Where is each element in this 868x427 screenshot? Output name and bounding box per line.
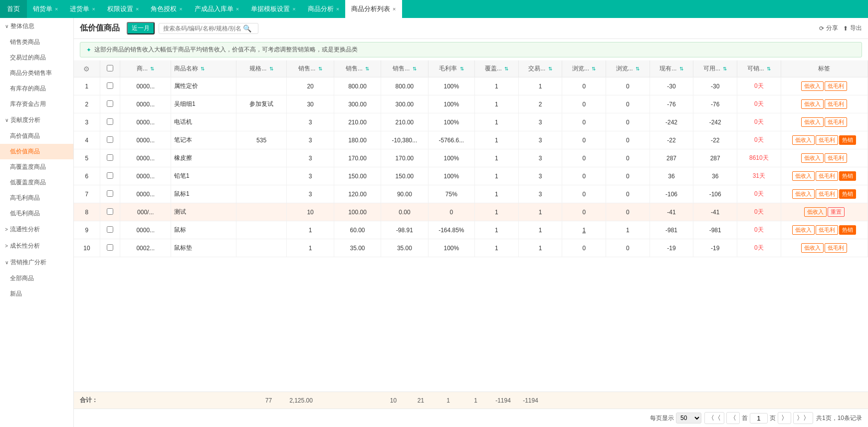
sidebar-item-low-margin[interactable]: 低毛利商品	[0, 206, 73, 221]
row-checkbox[interactable]	[107, 172, 113, 179]
next-page-btn[interactable]: 〉	[778, 412, 791, 424]
sidebar-item-sales-products[interactable]: 销售类商品	[0, 34, 73, 50]
row-stock: -22	[650, 131, 693, 149]
row-stock: -242	[650, 113, 693, 131]
search-input[interactable]	[163, 25, 243, 32]
per-page-select[interactable]: 50 100	[676, 413, 701, 424]
data-table: ⚙ 商... ⇅ 商品名称 ⇅	[74, 60, 868, 257]
sidebar-item-stock-funds[interactable]: 库存资金占用	[0, 96, 73, 112]
footer-browse2: 1	[462, 397, 489, 404]
sidebar-item-low-value[interactable]: 低价值商品	[0, 144, 73, 159]
row-tags: 低收入低毛利热销	[781, 185, 868, 203]
row-margin: 100%	[428, 77, 474, 95]
nav-role[interactable]: 角色授权 ×	[145, 0, 188, 18]
sidebar-group-title-contribution[interactable]: ∨ 贡献度分析	[0, 112, 73, 128]
row-sale3: 300.00	[381, 95, 428, 113]
sidebar-item-traded-products[interactable]: 交易过的商品	[0, 50, 73, 65]
row-checkbox[interactable]	[107, 118, 113, 125]
close-icon[interactable]: ×	[393, 6, 396, 12]
close-icon[interactable]: ×	[236, 6, 239, 12]
nav-purchase[interactable]: 进货单 ×	[64, 0, 101, 18]
sidebar-group-title-marketing[interactable]: ∨ 营销推广分析	[0, 254, 73, 271]
nav-permission[interactable]: 权限设置 ×	[101, 0, 145, 18]
row-checkbox[interactable]	[107, 244, 113, 251]
settings-icon[interactable]: ⚙	[83, 65, 90, 73]
row-cover: 1	[475, 221, 519, 239]
row-days: 8610天	[737, 149, 781, 167]
tag-badge: 低收入	[792, 189, 815, 199]
th-name[interactable]: 商品名称 ⇅	[171, 60, 236, 77]
last-page-btn[interactable]: 〉〉	[793, 412, 813, 424]
sidebar-group-title-flow[interactable]: > 流通性分析	[0, 221, 73, 238]
sidebar-item-category-sales-rate[interactable]: 商品分类销售率	[0, 65, 73, 81]
th-cover[interactable]: 覆盖... ⇅	[475, 60, 519, 77]
row-trade: 3	[518, 113, 562, 131]
filter-month-btn[interactable]: 近一月	[127, 22, 155, 34]
row-checkbox[interactable]	[107, 136, 113, 143]
search-box: 🔍	[159, 23, 258, 34]
sidebar-group-marketing: ∨ 营销推广分析 全部商品 新品	[0, 254, 73, 302]
export-button[interactable]: ⬆ 导出	[843, 24, 862, 32]
row-margin: 100%	[428, 239, 474, 257]
close-icon[interactable]: ×	[92, 6, 95, 12]
search-icon[interactable]: 🔍	[243, 24, 251, 32]
sidebar-item-low-coverage[interactable]: 低覆盖度商品	[0, 175, 73, 190]
sidebar-group-title-overview[interactable]: ∨ 整体信息	[0, 18, 73, 34]
th-avail[interactable]: 可用... ⇅	[693, 60, 737, 77]
row-spec	[236, 167, 287, 185]
nav-product-storage[interactable]: 产成品入库单 ×	[189, 0, 245, 18]
close-icon[interactable]: ×	[136, 6, 139, 12]
row-browse2: 0	[606, 113, 650, 131]
sidebar-item-all-products[interactable]: 全部商品	[0, 271, 73, 286]
th-sellable[interactable]: 可销... ⇅	[737, 60, 781, 77]
th-margin[interactable]: 毛利率 ⇅	[428, 60, 474, 77]
close-icon[interactable]: ×	[179, 6, 182, 12]
tag-badge: 低毛利	[816, 171, 838, 181]
prev-page-btn[interactable]: 〈	[726, 412, 740, 424]
row-checkbox[interactable]	[107, 100, 113, 107]
th-stock[interactable]: 现有... ⇅	[650, 60, 693, 77]
row-checkbox[interactable]	[107, 208, 113, 215]
nav-sales[interactable]: 销货单 ×	[27, 0, 64, 18]
row-name: 笔记本	[171, 131, 236, 149]
row-browse1: 0	[562, 77, 606, 95]
sidebar-item-high-coverage[interactable]: 高覆盖度商品	[0, 159, 73, 175]
row-checkbox-cell	[100, 239, 120, 257]
th-trade[interactable]: 交易... ⇅	[518, 60, 562, 77]
th-sale2[interactable]: 销售... ⇅	[334, 60, 381, 77]
close-icon[interactable]: ×	[336, 6, 339, 12]
first-page-btn[interactable]: 〈〈	[704, 412, 724, 424]
th-spec[interactable]: 规格... ⇅	[236, 60, 287, 77]
page-number-input[interactable]	[750, 413, 768, 424]
select-all-checkbox[interactable]	[107, 65, 113, 71]
row-checkbox[interactable]	[107, 154, 113, 161]
sidebar-item-stocked-products[interactable]: 有库存的商品	[0, 81, 73, 96]
sidebar-item-high-margin[interactable]: 高毛利商品	[0, 190, 73, 206]
row-days: 0天	[737, 203, 781, 221]
row-browse2: 0	[606, 203, 650, 221]
nav-home[interactable]: 首页	[0, 0, 27, 18]
row-checkbox[interactable]	[107, 190, 113, 197]
th-sale1[interactable]: 销售... ⇅	[287, 60, 334, 77]
close-icon[interactable]: ×	[292, 6, 295, 12]
row-browse2: 1	[606, 221, 650, 239]
nav-product-analysis-list[interactable]: 商品分析列表 ×	[345, 0, 402, 18]
th-browse1[interactable]: 浏览... ⇅	[562, 60, 606, 77]
row-checkbox[interactable]	[107, 226, 113, 233]
th-sale3[interactable]: 销售... ⇅	[381, 60, 428, 77]
close-icon[interactable]: ×	[55, 6, 58, 12]
share-button[interactable]: ⟳ 分享	[819, 24, 838, 32]
row-checkbox[interactable]	[107, 82, 113, 89]
tag-badge: 低收入	[801, 99, 824, 109]
row-stock: -30	[650, 77, 693, 95]
sidebar-item-new-products[interactable]: 新品	[0, 286, 73, 302]
nav-template[interactable]: 单据模板设置 ×	[245, 0, 301, 18]
sidebar-group-title-growth[interactable]: > 成长性分析	[0, 238, 73, 254]
th-browse2[interactable]: 浏览... ⇅	[606, 60, 650, 77]
row-sale2: 150.00	[334, 167, 381, 185]
sidebar-item-high-value[interactable]: 高价值商品	[0, 128, 73, 144]
row-browse1[interactable]: 1	[562, 221, 606, 239]
nav-product-analysis[interactable]: 商品分析 ×	[302, 0, 345, 18]
row-margin: 75%	[428, 185, 474, 203]
th-code[interactable]: 商... ⇅	[120, 60, 171, 77]
